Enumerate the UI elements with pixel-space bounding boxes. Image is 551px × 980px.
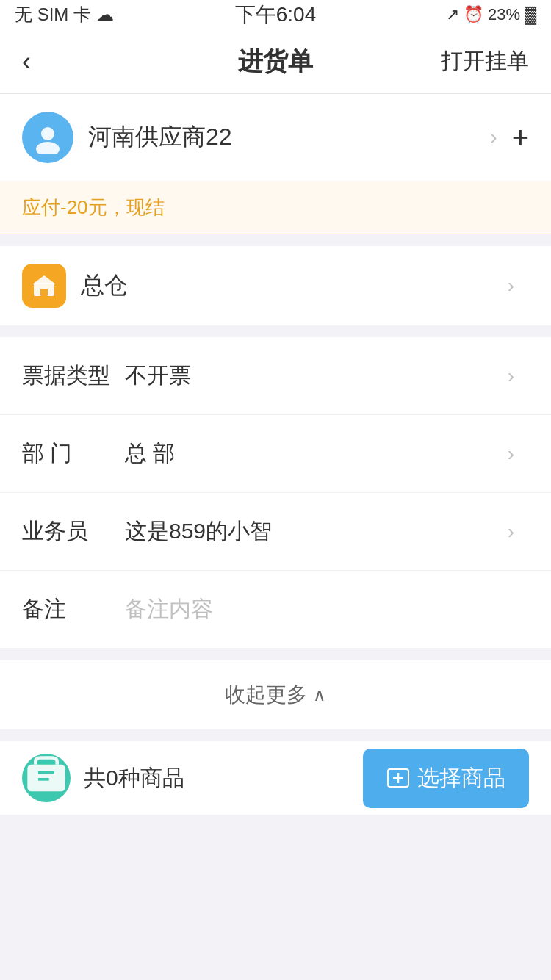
invoice-type-value: 不开票 — [125, 361, 508, 391]
form-section: 票据类型 不开票 › 部 门 总 部 › 业务员 这是859的小智 › 备注 备… — [0, 337, 551, 648]
svg-point-1 — [36, 142, 60, 154]
department-chevron-icon: › — [508, 442, 514, 466]
invoice-type-chevron-icon: › — [508, 364, 514, 388]
salesperson-row[interactable]: 业务员 这是859的小智 › — [0, 493, 551, 571]
department-row[interactable]: 部 门 总 部 › — [0, 415, 551, 493]
collapse-icon: ∧ — [313, 685, 326, 705]
status-right: ↗ ⏰ 23% ▓ — [446, 5, 536, 24]
remark-row[interactable]: 备注 备注内容 — [0, 571, 551, 648]
open-pending-button[interactable]: 打开挂单 — [441, 46, 529, 76]
supplier-row[interactable]: 河南供应商22 › + — [0, 94, 551, 181]
warehouse-icon — [22, 264, 66, 308]
supplier-name: 河南供应商22 — [88, 121, 490, 154]
select-product-label: 选择商品 — [417, 763, 505, 793]
status-left: 无 SIM 卡 ☁ — [15, 3, 114, 26]
supplier-avatar — [22, 112, 73, 163]
page-title: 进货单 — [238, 45, 313, 79]
notice-bar: 应付-20元，现结 — [0, 181, 551, 234]
invoice-type-row[interactable]: 票据类型 不开票 › — [0, 337, 551, 415]
remark-placeholder[interactable]: 备注内容 — [125, 594, 529, 624]
department-value: 总 部 — [125, 439, 508, 469]
cart-icon — [22, 754, 71, 802]
svg-marker-3 — [32, 275, 56, 284]
collapse-button[interactable]: 收起更多 ∧ — [0, 660, 551, 729]
warehouse-card[interactable]: 总仓 › — [0, 246, 551, 325]
warehouse-chevron-icon: › — [508, 274, 514, 298]
sim-status: 无 SIM 卡 ☁ — [15, 3, 114, 26]
svg-rect-4 — [40, 289, 48, 296]
remark-label: 备注 — [22, 594, 125, 624]
salesperson-value: 这是859的小智 — [125, 516, 508, 547]
footer-bar: 共0种商品 选择商品 — [0, 741, 551, 815]
status-bar: 无 SIM 卡 ☁ 下午6:04 ↗ ⏰ 23% ▓ — [0, 0, 551, 29]
select-product-icon — [386, 768, 410, 788]
salesperson-label: 业务员 — [22, 516, 125, 547]
warehouse-name: 总仓 — [81, 270, 508, 302]
back-button[interactable]: ‹ — [22, 46, 66, 77]
svg-point-0 — [41, 127, 54, 140]
supplier-card: 河南供应商22 › + 应付-20元，现结 — [0, 94, 551, 234]
supplier-chevron-icon: › — [490, 126, 497, 149]
warehouse-row[interactable]: 总仓 › — [0, 246, 551, 325]
status-time: 下午6:04 — [235, 1, 317, 29]
select-product-button[interactable]: 选择商品 — [363, 749, 529, 808]
battery-icon: ▓ — [525, 5, 536, 24]
notice-text: 应付-20元，现结 — [22, 196, 165, 218]
add-button[interactable]: + — [512, 121, 529, 154]
main-content: 河南供应商22 › + 应付-20元，现结 总仓 › 票据类型 不开票 — [0, 94, 551, 815]
battery-level: 23% — [488, 5, 520, 24]
invoice-type-label: 票据类型 — [22, 361, 125, 391]
collapse-label: 收起更多 — [225, 681, 307, 709]
collapse-section: 收起更多 ∧ — [0, 660, 551, 729]
salesperson-chevron-icon: › — [508, 520, 514, 544]
nav-bar: ‹ 进货单 打开挂单 — [0, 29, 551, 94]
location-icon: ↗ — [446, 5, 459, 24]
department-label: 部 门 — [22, 439, 125, 469]
alarm-icon: ⏰ — [464, 5, 483, 24]
product-count: 共0种商品 — [84, 763, 363, 793]
